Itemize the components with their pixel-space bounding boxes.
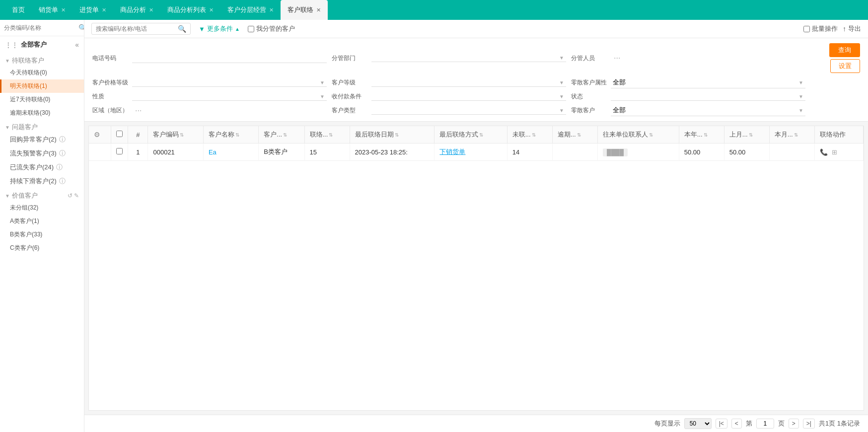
search-icon[interactable]: 🔍 xyxy=(178,25,186,33)
group-pending-contact[interactable]: ▼ 待联络客户 xyxy=(0,53,84,66)
sidebar-search-input[interactable] xyxy=(4,24,78,31)
sidebar-churn-warning[interactable]: 流失预警客户(3) ⓘ xyxy=(0,146,84,160)
td-last-method[interactable]: 下销货单 xyxy=(434,144,507,161)
sidebar-c-class[interactable]: C类客户(6) xyxy=(0,241,84,255)
th-checkbox xyxy=(111,126,128,144)
nav-home[interactable]: 首页 xyxy=(5,0,32,20)
th-this-month[interactable]: 本月...⇅ xyxy=(769,126,814,144)
prev-page-btn[interactable]: < xyxy=(731,419,742,429)
filter-price-level: 客户价格等级 ▼ xyxy=(92,78,327,87)
more-filter-btn[interactable]: ▼ 更多条件 ▲ xyxy=(196,23,243,35)
filter-payment-label: 收付款条件 xyxy=(332,92,371,101)
sidebar-tomorrow-contact[interactable]: 明天待联络(1) xyxy=(0,79,84,93)
th-contact-person[interactable]: 往来单位联系人⇅ xyxy=(597,126,679,144)
sidebar-ungrouped[interactable]: 未分组(32) xyxy=(0,201,84,215)
sidebar-declining-customers[interactable]: 持续下滑客户(2) ⓘ xyxy=(0,174,84,188)
sidebar-all-customers[interactable]: ⋮⋮ 全部客户 « xyxy=(0,36,84,53)
nav-purchase[interactable]: 进货单 ✕ xyxy=(72,0,113,20)
filter-region-dots[interactable]: ··· xyxy=(132,106,145,116)
phone-icon[interactable]: 📞 xyxy=(820,148,828,156)
td-this-month xyxy=(769,144,814,161)
th-last-month[interactable]: 上月...⇅ xyxy=(724,126,769,144)
filter-customer-level: 客户等级 ▼ xyxy=(332,78,566,87)
th-last-method[interactable]: 最后联络方式⇅ xyxy=(434,126,507,144)
batch-op-btn[interactable]: 批量操作 xyxy=(803,24,838,33)
grid-icon[interactable]: ⊞ xyxy=(832,148,837,156)
sidebar-search-area: 🔍 xyxy=(0,20,84,36)
filter-retail-attr: 零散客户属性 全部 ▼ xyxy=(571,77,805,88)
action-icons: 📞 ⊞ xyxy=(820,148,858,156)
page-input[interactable] xyxy=(756,419,774,429)
nav-analysis-list[interactable]: 商品分析列表 ✕ xyxy=(160,0,220,20)
th-gear[interactable]: ⚙ xyxy=(89,126,111,144)
td-name[interactable]: Ea xyxy=(203,144,258,161)
close-sales-tab[interactable]: ✕ xyxy=(61,7,66,13)
page-label: 第 xyxy=(746,419,752,428)
search-input[interactable] xyxy=(96,25,178,32)
filter-price-level-select[interactable]: ▼ xyxy=(132,79,327,87)
next-page-btn[interactable]: > xyxy=(789,419,799,429)
filter-manager-label: 分管人员 xyxy=(571,54,611,63)
nav-customer-contact[interactable]: 客户联络 ✕ xyxy=(281,0,328,20)
td-gear xyxy=(89,144,111,161)
group-value-customers[interactable]: ▼ 价值客户 ↺ ✎ xyxy=(0,188,84,201)
row-checkbox[interactable] xyxy=(116,148,123,154)
sidebar-today-contact[interactable]: 今天待联络(0) xyxy=(0,66,84,79)
top-nav: 首页 销货单 ✕ 进货单 ✕ 商品分析 ✕ 商品分析列表 ✕ 客户分层经营 ✕ … xyxy=(0,0,868,20)
th-last-date[interactable]: 最后联络日期⇅ xyxy=(350,126,434,144)
close-customer-segment-tab[interactable]: ✕ xyxy=(269,7,274,13)
filter-phone-label: 电话号码 xyxy=(92,54,132,63)
first-page-btn[interactable]: |< xyxy=(716,419,727,429)
th-contact-count[interactable]: 联络...⇅ xyxy=(304,126,350,144)
filter-retail-customer-select[interactable]: 全部 ▼ xyxy=(611,105,805,116)
sidebar-a-class[interactable]: A类客户(1) xyxy=(0,215,84,228)
filter-nature-select[interactable]: ▼ xyxy=(132,93,327,101)
filter-customer-type-select[interactable]: ▼ xyxy=(371,107,566,115)
my-customer-checkbox-area[interactable]: 我分管的客户 xyxy=(248,24,295,33)
filter-phone-input[interactable] xyxy=(132,54,327,63)
sidebar-repurchase-anomaly[interactable]: 回购异常客户(2) ⓘ xyxy=(0,133,84,146)
sidebar-lost-customers[interactable]: 已流失客户(24) ⓘ xyxy=(0,160,84,174)
total-records: 共1页 1条记录 xyxy=(819,419,860,428)
last-page-btn[interactable]: >| xyxy=(803,419,815,429)
my-customer-checkbox[interactable] xyxy=(248,26,254,32)
filter-customer-level-select[interactable]: ▼ xyxy=(371,79,566,87)
th-name[interactable]: 客户名称⇅ xyxy=(203,126,258,144)
nav-sales[interactable]: 销货单 ✕ xyxy=(32,0,72,20)
filter-status-select[interactable]: ▼ xyxy=(611,93,805,101)
batch-checkbox[interactable] xyxy=(803,26,810,32)
td-type: B类客户 xyxy=(259,144,304,161)
sidebar-b-class[interactable]: B类客户(33) xyxy=(0,228,84,241)
th-uncontacted[interactable]: 未联...⇅ xyxy=(507,126,552,144)
page-size-select[interactable]: 50 100 200 xyxy=(684,418,712,429)
filter-btn-label: 更多条件 xyxy=(207,24,233,33)
close-purchase-tab[interactable]: ✕ xyxy=(102,7,106,13)
th-type[interactable]: 客户...⇅ xyxy=(259,126,304,144)
close-customer-contact-tab[interactable]: ✕ xyxy=(316,7,321,13)
sidebar-7days-contact[interactable]: 近7天待联络(0) xyxy=(0,93,84,106)
settings-btn[interactable]: 设置 xyxy=(830,59,860,73)
sidebar-overdue-contact[interactable]: 逾期未联络(30) xyxy=(0,106,84,120)
td-num: 1 xyxy=(128,144,148,161)
filter-retail-attr-select[interactable]: 全部 ▼ xyxy=(611,77,805,88)
th-code[interactable]: 客户编码⇅ xyxy=(148,126,203,144)
group-problem-customers[interactable]: ▼ 问题客户 xyxy=(0,120,84,133)
select-all-checkbox[interactable] xyxy=(116,131,123,137)
toolbar-right: 批量操作 ↑ 导出 xyxy=(803,24,861,33)
td-action: 📞 ⊞ xyxy=(814,144,863,161)
td-last-month: 50.00 xyxy=(724,144,769,161)
filter-dept-select[interactable]: ▼ xyxy=(371,54,566,62)
nav-customer-segment[interactable]: 客户分层经营 ✕ xyxy=(220,0,281,20)
filter-payment-select[interactable]: ▼ xyxy=(371,93,566,101)
sidebar-search-icon[interactable]: 🔍 xyxy=(78,24,84,32)
close-analysis-tab[interactable]: ✕ xyxy=(149,7,153,13)
query-btn[interactable]: 查询 xyxy=(829,43,860,57)
close-analysis-list-tab[interactable]: ✕ xyxy=(209,7,214,13)
sidebar-collapse-btn[interactable]: « xyxy=(75,41,79,49)
nav-analysis[interactable]: 商品分析 ✕ xyxy=(113,0,160,20)
filter-manager-dots[interactable]: ··· xyxy=(611,53,623,63)
td-uncontacted: 14 xyxy=(507,144,552,161)
th-this-year[interactable]: 本年...⇅ xyxy=(679,126,724,144)
th-overdue[interactable]: 逾期...⇅ xyxy=(552,126,597,144)
export-btn[interactable]: ↑ 导出 xyxy=(843,24,861,33)
